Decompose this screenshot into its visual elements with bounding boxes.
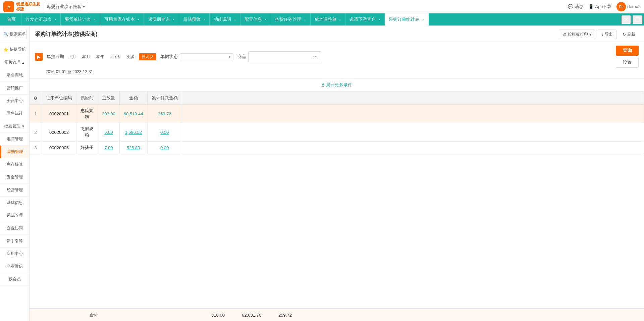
- date-shortcut-last-month[interactable]: 上月: [66, 53, 78, 60]
- tab-config-info[interactable]: 配置信息 ×: [240, 13, 271, 25]
- print-icon: 🖨: [562, 32, 567, 37]
- messages-btn[interactable]: 💬 消息: [568, 4, 583, 10]
- search-menu-btn[interactable]: 🔍 搜索菜单: [3, 29, 26, 39]
- sidebar-item-inventory[interactable]: 库存核算: [0, 158, 29, 171]
- sidebar-item-system[interactable]: 系统管理: [0, 209, 29, 222]
- tab-pick-task[interactable]: 拣货任务管理 ×: [271, 13, 310, 25]
- date-shortcut-7days[interactable]: 近7天: [108, 53, 123, 60]
- sidebar-item-operations[interactable]: 经营管理: [0, 184, 29, 197]
- restore-tab-btn[interactable]: ❐: [632, 15, 642, 24]
- table-row: 1 00020001 惠氏奶粉 303.00 60,519.44 259.72: [30, 105, 644, 123]
- user-avatar[interactable]: Ea demo2: [616, 2, 641, 11]
- chevron-down-icon: ▼: [21, 124, 25, 128]
- close-icon[interactable]: ×: [172, 17, 174, 21]
- tab-overstock-alert[interactable]: 超储预警 ×: [179, 13, 210, 25]
- th-qty: 主数量: [98, 92, 120, 105]
- refresh-btn[interactable]: ↻ 刷新: [619, 30, 639, 39]
- filter-arrow-icon: ▶: [37, 54, 41, 59]
- tab-cost-adjust[interactable]: 成本调整单 ×: [311, 13, 345, 25]
- refresh-icon: ↻: [623, 32, 626, 37]
- table-footer: 合计 316.00 62,631.76 259.72: [30, 308, 644, 321]
- sidebar-item-enterprise-wechat[interactable]: 企业微信: [0, 260, 29, 273]
- tab-home[interactable]: 首页: [2, 13, 21, 25]
- sidebar-item-marketing[interactable]: 营销推广: [0, 82, 29, 95]
- nav-right-btns: ✕ ❐: [621, 15, 642, 24]
- sidebar-item-ecommerce[interactable]: 电商管理: [0, 133, 29, 146]
- cell-paid: 259.72: [147, 105, 182, 123]
- sidebar-quick-nav: ⭐ 快捷导航: [0, 43, 29, 56]
- close-tab-btn[interactable]: ✕: [621, 15, 631, 24]
- close-icon[interactable]: ×: [54, 17, 56, 21]
- close-icon[interactable]: ×: [304, 17, 306, 21]
- tab-function-desc[interactable]: 功能说明 ×: [210, 13, 240, 25]
- tab-purchase-summary[interactable]: 采购订单统计表 ×: [385, 13, 428, 25]
- sidebar-item-retail[interactable]: 零售管理 ▲: [0, 56, 29, 69]
- sidebar-item-member2[interactable]: 畅会员: [0, 273, 29, 286]
- th-settings[interactable]: ⚙: [30, 92, 42, 105]
- date-shortcut-more[interactable]: 更多: [125, 53, 137, 60]
- sidebar-item-new-guide[interactable]: 新手引导: [0, 235, 29, 248]
- sidebar-item-wholesale[interactable]: 批发管理 ▼: [0, 120, 29, 133]
- nav-tabs: 首页 收发存汇总表 × 要货单统计表 × 可用量库存账本 × 保质期查询 × 超…: [0, 13, 644, 25]
- close-icon[interactable]: ×: [138, 17, 140, 21]
- quick-nav-btn[interactable]: ⭐ 快捷导航: [0, 45, 29, 54]
- sidebar-item-member[interactable]: 会员中心: [0, 95, 29, 107]
- page-content: 采购订单统计表(按供应商) 🖨 按模板打印 ▾ ↓ 导出 ↻ 刷新: [30, 25, 644, 321]
- table-row: 3 00020005 好孩子 7.00 525.80 0.00: [30, 142, 644, 154]
- date-shortcut-this-year[interactable]: 本年: [94, 53, 106, 60]
- footer-amount: 62,631.76: [235, 313, 268, 318]
- cell-qty: 7.00: [98, 142, 120, 154]
- filter-toggle-btn[interactable]: ▶: [35, 53, 43, 61]
- th-paid: 累计付款金额: [147, 92, 182, 105]
- sidebar-item-finance[interactable]: 资金管理: [0, 171, 29, 184]
- date-shortcut-this-month[interactable]: 本月: [80, 53, 92, 60]
- table-row: 2 00020002 飞鹤奶粉 6.00 1,586.52 0.00: [30, 123, 644, 142]
- status-filter-group: 单据状态 ▾: [160, 53, 233, 60]
- footer-qty: 316.00: [201, 313, 235, 318]
- top-bar-left: 好 畅捷通好生意 标版 母婴行业演示账套 ▾: [3, 1, 88, 12]
- close-icon[interactable]: ×: [422, 17, 424, 21]
- close-icon[interactable]: ×: [265, 17, 267, 21]
- sidebar-item-enterprise-collab[interactable]: 企业协同: [0, 222, 29, 235]
- sidebar-item-app-center[interactable]: 应用中心: [0, 248, 29, 260]
- sidebar-item-purchase[interactable]: 采购管理: [0, 146, 29, 158]
- tab-collect-summary[interactable]: 收发存汇总表 ×: [21, 13, 61, 25]
- export-btn[interactable]: ↓ 导出: [598, 30, 616, 39]
- chevron-down-icon: ▾: [83, 4, 85, 9]
- close-icon[interactable]: ×: [203, 17, 205, 21]
- cell-amount: 525.80: [119, 142, 147, 154]
- close-icon[interactable]: ×: [378, 17, 380, 21]
- goods-input[interactable]: ···: [248, 51, 322, 62]
- sidebar-item-basic-info[interactable]: 基础信息: [0, 197, 29, 209]
- query-btn[interactable]: 查询: [616, 46, 639, 56]
- sidebar-item-retail-stats[interactable]: 零售统计: [0, 107, 29, 120]
- filter-actions: 查询 设置: [616, 46, 639, 68]
- app-download-btn[interactable]: 📱 App下载: [588, 4, 611, 10]
- close-icon[interactable]: ×: [94, 17, 96, 21]
- close-icon[interactable]: ×: [234, 17, 236, 21]
- print-btn[interactable]: 🖨 按模板打印 ▾: [559, 30, 595, 39]
- status-select[interactable]: ▾: [180, 53, 233, 60]
- cell-empty: [182, 142, 644, 154]
- more-icon[interactable]: ···: [312, 53, 319, 60]
- export-icon: ↓: [601, 32, 603, 37]
- cell-supplier: 飞鹤奶粉: [76, 123, 98, 142]
- close-icon[interactable]: ×: [339, 17, 341, 21]
- expand-conditions-btn[interactable]: ⊻ 展开更多条件: [321, 81, 352, 89]
- workspace-selector[interactable]: 母婴行业演示账套 ▾: [44, 2, 88, 11]
- search-icon: 🔍: [3, 32, 8, 37]
- tab-expiry-query[interactable]: 保质期查询 ×: [144, 13, 179, 25]
- cell-paid: 0.00: [147, 123, 182, 142]
- cell-unit-code: 00020002: [42, 123, 76, 142]
- cell-paid: 0.00: [147, 142, 182, 154]
- th-unit-code: 往来单位编码: [42, 92, 76, 105]
- tab-order-summary[interactable]: 要货单统计表 ×: [61, 13, 100, 25]
- settings-btn[interactable]: 设置: [616, 57, 639, 68]
- tab-usable-inventory[interactable]: 可用量库存账本 ×: [100, 13, 144, 25]
- date-range-tag[interactable]: 自定义: [139, 53, 156, 60]
- logo-icon: 好: [3, 1, 14, 12]
- row-num: 2: [30, 123, 42, 142]
- filter-bar: ▶ 单据日期 上月 本月 本年 近7天 更多 自定义 单据状态: [30, 42, 644, 78]
- sidebar-item-retail-shop[interactable]: 零售商城: [0, 69, 29, 82]
- tab-invite-downstream[interactable]: 邀请下游客户 ×: [345, 13, 385, 25]
